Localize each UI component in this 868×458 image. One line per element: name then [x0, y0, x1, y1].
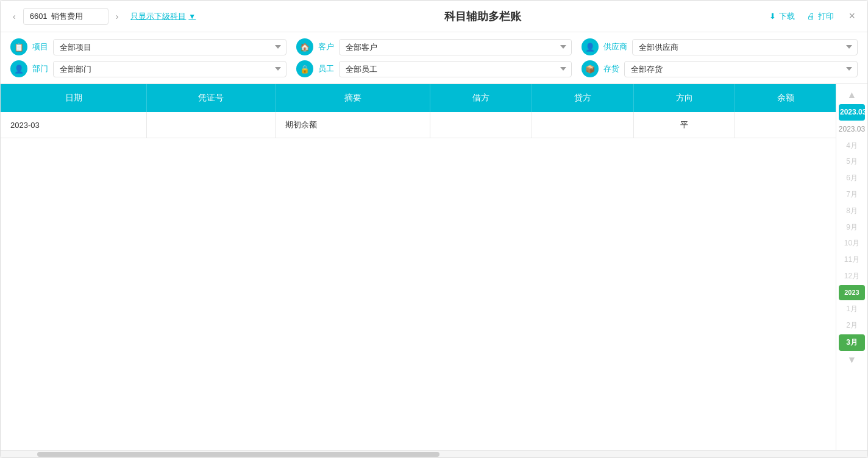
sidebar-item-2023-03[interactable]: 2023.03 [836, 121, 867, 138]
sidebar-item-2[interactable]: 2月 [836, 317, 867, 334]
sidebar-item-12[interactable]: 12月 [836, 268, 867, 284]
col-summary: 摘要 [275, 84, 430, 112]
page-title: 科目辅助多栏账 [196, 9, 769, 24]
sidebar-down-arrow[interactable]: ▼ [841, 351, 863, 368]
cell-voucher [147, 112, 276, 138]
supplier-select[interactable]: 全部供应商 [632, 39, 858, 55]
col-date: 日期 [1, 84, 147, 112]
show-sub-arrow-icon: ▼ [188, 12, 196, 21]
sidebar-item-8[interactable]: 8月 [836, 203, 867, 219]
project-select[interactable]: 全部项目 [53, 39, 286, 55]
cell-date: 2023-03 [1, 112, 147, 138]
department-icon: 👤 [10, 60, 27, 77]
col-direction: 方向 [633, 84, 735, 112]
col-voucher: 凭证号 [147, 84, 276, 112]
sidebar-item-5[interactable]: 5月 [836, 153, 867, 170]
customer-icon: 🏠 [296, 38, 313, 55]
print-label: 打印 [818, 11, 834, 22]
sidebar-up-arrow[interactable]: ▲ [841, 86, 863, 104]
employee-icon: 🔒 [296, 60, 313, 77]
ledger-table: 日期 凭证号 摘要 借方 贷方 方向 余额 2023-03 期初余额 [1, 84, 836, 138]
customer-label: 客户 [318, 41, 334, 52]
department-label: 部门 [32, 63, 48, 74]
show-sub-label: 只显示下级科目 [130, 11, 186, 22]
main-window: ‹ 6601 销售费用 › 只显示下级科目 ▼ 科目辅助多栏账 ⬇ 下载 🖨 打… [0, 0, 868, 458]
sidebar-item-1[interactable]: 1月 [836, 301, 867, 317]
inventory-label: 存货 [603, 63, 619, 74]
sidebar-item-11[interactable]: 11月 [836, 252, 867, 268]
print-button[interactable]: 🖨 打印 [807, 11, 834, 22]
col-credit: 贷方 [532, 84, 634, 112]
account-code-text: 6601 [30, 12, 48, 21]
inventory-select[interactable]: 全部存货 [624, 61, 858, 77]
scrollbar-thumb[interactable] [37, 452, 439, 457]
filter-supplier: 👤 供应商 全部供应商 [582, 38, 858, 55]
cell-direction: 平 [633, 112, 735, 138]
close-button[interactable]: × [846, 7, 858, 25]
customer-select[interactable]: 全部客户 [339, 39, 572, 55]
col-balance: 余额 [735, 84, 836, 112]
sidebar-year-2023[interactable]: 2023 [839, 285, 865, 300]
sidebar-item-3-active[interactable]: 3月 [839, 334, 865, 351]
sidebar-item-6[interactable]: 6月 [836, 170, 867, 186]
print-icon: 🖨 [807, 12, 815, 21]
download-label: 下载 [779, 11, 795, 22]
cell-debit [430, 112, 532, 138]
title-actions: ⬇ 下载 🖨 打印 × [769, 7, 858, 25]
content-area: 日期 凭证号 摘要 借方 贷方 方向 余额 2023-03 期初余额 [1, 84, 867, 450]
supplier-icon: 👤 [582, 38, 599, 55]
col-debit: 借方 [430, 84, 532, 112]
table-header-row: 日期 凭证号 摘要 借方 贷方 方向 余额 [1, 84, 836, 112]
cell-summary: 期初余额 [275, 112, 430, 138]
filter-inventory: 📦 存货 全部存货 [582, 60, 858, 77]
filter-employee: 🔒 员工 全部员工 [296, 60, 572, 77]
nav-prev-button[interactable]: ‹ [10, 9, 18, 24]
nav-next-button[interactable]: › [113, 9, 121, 24]
sidebar-item-4[interactable]: 4月 [836, 138, 867, 154]
download-button[interactable]: ⬇ 下载 [769, 11, 795, 22]
account-selector[interactable]: 6601 销售费用 [23, 8, 108, 25]
employee-label: 员工 [318, 63, 334, 74]
cell-credit [532, 112, 634, 138]
sidebar-item-10[interactable]: 10月 [836, 235, 867, 252]
bottom-scrollbar[interactable] [1, 450, 867, 457]
project-icon: 📋 [10, 38, 27, 55]
sidebar-item-2023-03-active[interactable]: 2023.03 [839, 104, 865, 121]
department-select[interactable]: 全部部门 [53, 61, 286, 77]
account-name-text: 销售费用 [51, 11, 83, 22]
filter-project: 📋 项目 全部项目 [10, 38, 286, 55]
title-left: ‹ 6601 销售费用 › 只显示下级科目 ▼ [10, 8, 196, 25]
table-row: 2023-03 期初余额 平 [1, 112, 836, 138]
project-label: 项目 [32, 41, 48, 52]
table-area: 日期 凭证号 摘要 借方 贷方 方向 余额 2023-03 期初余额 [1, 84, 836, 450]
sidebar-item-7[interactable]: 7月 [836, 186, 867, 203]
right-sidebar: ▲ 2023.03 2023.03 4月 5月 6月 7月 8月 9月 10月 … [836, 84, 867, 450]
filter-customer: 🏠 客户 全部客户 [296, 38, 572, 55]
filter-bar: 📋 项目 全部项目 🏠 客户 全部客户 👤 供应商 全部供应商 👤 部门 全 [1, 32, 867, 84]
employee-select[interactable]: 全部员工 [339, 61, 572, 77]
title-bar: ‹ 6601 销售费用 › 只显示下级科目 ▼ 科目辅助多栏账 ⬇ 下载 🖨 打… [1, 1, 867, 32]
inventory-icon: 📦 [582, 60, 599, 77]
filter-department: 👤 部门 全部部门 [10, 60, 286, 77]
show-sub-button[interactable]: 只显示下级科目 ▼ [130, 11, 196, 22]
cell-balance [735, 112, 836, 138]
sidebar-item-9[interactable]: 9月 [836, 219, 867, 236]
download-icon: ⬇ [769, 12, 776, 21]
supplier-label: 供应商 [603, 41, 627, 52]
